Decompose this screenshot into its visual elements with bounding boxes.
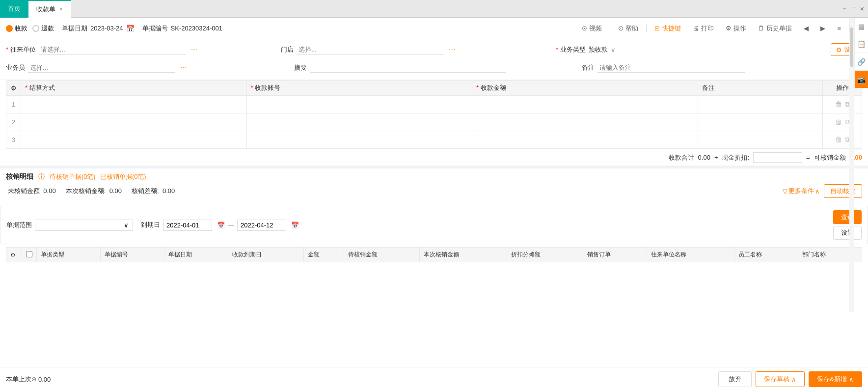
nav-prev-btn[interactable]: ◀ (800, 23, 813, 33)
more-conditions-btn[interactable]: ▽ 更多条件 ∧ (783, 187, 820, 196)
list-view-btn[interactable]: ≡ (833, 23, 845, 33)
query-btn[interactable]: 查询 (833, 210, 862, 224)
print-btn[interactable]: 🖨 打印 (689, 23, 718, 34)
biz-type-arrow-icon[interactable]: ∨ (611, 46, 616, 54)
shortcut-icon: ⊟ (654, 25, 660, 32)
tab-home[interactable]: 首页 (0, 0, 28, 18)
range-select[interactable]: ∨ (35, 220, 133, 231)
remark-label: 备注 (582, 63, 595, 72)
tab-close-icon[interactable]: × (59, 6, 63, 13)
row-1-amount[interactable] (472, 96, 698, 113)
btcol-current: 本次核销金额 (420, 248, 507, 262)
calendar-icon[interactable]: 📅 (126, 25, 135, 32)
window-close-icon[interactable]: × (860, 5, 864, 13)
writeoff-header: 核销明细 ⓘ 待核销单据(0笔) 已核销单据(0笔) (6, 172, 862, 181)
doc-no-label: 单据编号 (142, 24, 168, 33)
row-3-copy-icon[interactable]: ⧉ (845, 136, 850, 144)
btcol-check[interactable] (22, 248, 37, 262)
row-2-account[interactable] (246, 113, 472, 131)
row-3-delete-icon[interactable]: 🗑 (835, 136, 842, 144)
shop-more-icon[interactable]: ··· (449, 45, 455, 54)
btcol-partner: 往来单位名称 (647, 248, 734, 262)
auto-writeoff-btn[interactable]: 自动核销 (824, 184, 862, 198)
footer-actions: 放弃 保存草稿 ∧ 保存&新增 ∧ (718, 371, 862, 387)
row-3-remark[interactable] (698, 131, 822, 149)
shop-field: 门店 ··· (281, 45, 548, 55)
remark-input[interactable] (597, 63, 745, 73)
nav-next-btn[interactable]: ▶ (816, 23, 829, 33)
date-from-input[interactable] (163, 220, 212, 231)
filter-icon: ▽ (783, 188, 787, 195)
history-label: 历史单据 (766, 24, 792, 33)
date-to-icon[interactable]: 📅 (291, 222, 299, 229)
filter-actions: 查询 设置 (833, 210, 862, 240)
save-new-btn[interactable]: 保存&新增 ∧ (809, 371, 862, 387)
writeoff-title: 核销明细 (6, 172, 33, 181)
row-1-settlement[interactable] (21, 96, 247, 113)
discount-input[interactable] (753, 152, 802, 163)
help-btn[interactable]: ⊙ 帮助 (614, 23, 642, 34)
row-3-amount[interactable] (472, 131, 698, 149)
plus-sign: + (714, 154, 718, 161)
row-1-remark[interactable] (698, 96, 822, 113)
help-icon: ⊙ (618, 25, 624, 32)
window-max-icon[interactable]: □ (852, 5, 856, 13)
right-sidebar: ▦ 📋 🔗 📷 (854, 18, 868, 88)
radio-tuikuan[interactable]: 退款 (32, 24, 54, 33)
writeoff-info-icon[interactable]: ⓘ (38, 172, 45, 181)
shop-input[interactable] (297, 45, 444, 55)
staff-more-icon[interactable]: ··· (180, 63, 187, 72)
row-2-delete-icon[interactable]: 🗑 (835, 118, 842, 126)
biz-type-field: 业务类型 预收款 ∨ (556, 45, 823, 54)
bottom-table-section: ⚙ 单据类型 单据编号 单据日期 收款到期日 金额 待核销金额 本次核销金额 折… (0, 247, 868, 262)
date-from-icon[interactable]: 📅 (217, 222, 225, 229)
tab-shoukuan[interactable]: 收款单 × (28, 0, 71, 18)
partner-input[interactable] (39, 45, 186, 55)
row-3-account[interactable] (246, 131, 472, 149)
nettable-label: 可核销金额 (814, 153, 846, 162)
partner-more-icon[interactable]: ··· (191, 45, 197, 54)
row-1-account[interactable] (246, 96, 472, 113)
radio-shoukuan[interactable]: 收款 (6, 24, 27, 33)
row-1-delete-icon[interactable]: 🗑 (835, 100, 842, 109)
row-2-num: 2 (6, 113, 21, 131)
row-1-copy-icon[interactable]: ⧉ (845, 100, 850, 109)
history-btn[interactable]: 🗒 历史单据 (754, 23, 796, 34)
shortcut-btn[interactable]: ⊟ 快捷键 (651, 23, 685, 34)
window-min-icon[interactable]: － (841, 4, 848, 13)
filter-setting-btn[interactable]: 设置 (833, 226, 862, 240)
row-2-remark[interactable] (698, 113, 822, 131)
sidebar-camera-icon[interactable]: 📷 (855, 71, 868, 88)
date-label: 单据日期 (62, 24, 87, 33)
current-writeoff-stat: 本次核销金额: 0.00 (64, 187, 122, 196)
eq-sign: = (806, 154, 810, 161)
staff-input[interactable] (28, 63, 175, 73)
save-draft-btn[interactable]: 保存草稿 ∧ (756, 371, 805, 387)
pending-tab-link[interactable]: 待核销单据(0笔) (50, 172, 95, 181)
sidebar-clipboard-icon[interactable]: 📋 (855, 35, 868, 53)
row-2-amount[interactable] (472, 113, 698, 131)
scrollbar-area[interactable] (849, 18, 854, 312)
btcol-gear[interactable]: ⚙ (6, 248, 22, 262)
ops-icon: ⚙ (726, 25, 732, 32)
col-settings-header[interactable]: ⚙ (6, 81, 21, 96)
abstract-input[interactable] (310, 63, 506, 73)
filter-row: 单据范围 ∨ 到期日 📅 — 📅 查询 设置 (0, 206, 868, 244)
sidebar-table-icon[interactable]: ▦ (855, 18, 868, 35)
row-3-settlement[interactable] (21, 131, 247, 149)
btcol-pending: 待核销金额 (344, 248, 420, 262)
done-tab-link[interactable]: 已核销单据(0笔) (100, 172, 146, 181)
row-2-settlement[interactable] (21, 113, 247, 131)
row-2-copy-icon[interactable]: ⧉ (845, 118, 850, 126)
ops-btn[interactable]: ⚙ 操作 (722, 23, 750, 34)
video-btn[interactable]: ⊙ 视频 (578, 23, 606, 34)
date-to-input[interactable] (237, 220, 286, 231)
check-all[interactable] (26, 251, 32, 257)
shortcut-label: 快捷键 (662, 24, 681, 33)
abandon-btn[interactable]: 放弃 (718, 371, 752, 387)
total-label: 收款合计 (669, 153, 694, 162)
shop-label: 门店 (281, 45, 294, 54)
sidebar-link-icon[interactable]: 🔗 (855, 53, 868, 71)
writeoff-table: ⚙ 单据类型 单据编号 单据日期 收款到期日 金额 待核销金额 本次核销金额 折… (6, 247, 862, 262)
doc-no-field: 单据编号 SK-20230324-001 (142, 24, 223, 33)
